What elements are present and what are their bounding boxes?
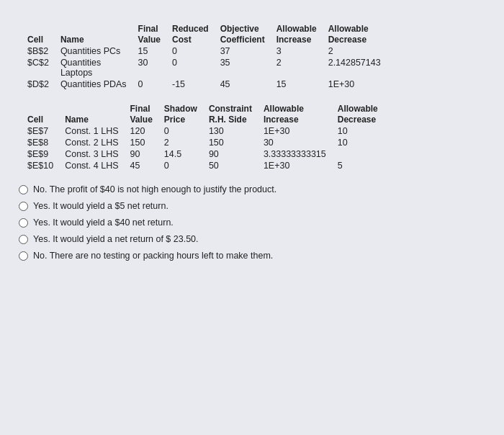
con-cell: Const. 4 LHS [59,160,124,171]
adj-h2-decrease: Decrease [323,34,387,45]
adj-h1-name [55,23,132,34]
adj-cell: 0 [166,45,215,57]
adjustable-cells-section: Final Reduced Objective Allowable Allowa… [16,23,488,90]
con-cell: 90 [125,148,158,160]
adj-cell: $B$2 [22,45,55,57]
constraints-section: Final Shadow Constraint Allowable Allowa… [16,103,488,171]
radio-option-1[interactable]: No. The profit of $40 is not high enough… [19,184,488,194]
con-cell: 150 [203,137,258,148]
con-h1-final: Final [125,103,158,114]
adjustable-cells-table: Final Reduced Objective Allowable Allowa… [22,23,387,90]
radio-option-3[interactable]: Yes. It would yield a $40 net return. [19,218,488,228]
con-cell: 10 [332,137,384,148]
adj-cell: 0 [132,79,166,90]
constraints-table-wrapper: Final Shadow Constraint Allowable Allowa… [16,103,488,171]
adj-cell: 0 [166,57,215,79]
con-h2-increase: Increase [258,114,332,125]
con-cell: 30 [258,137,332,148]
adj-cell: $D$2 [22,79,55,90]
radio-option-4[interactable]: Yes. It would yield a net return of $ 23… [19,234,488,244]
adj-h1-reduced: Reduced [166,23,215,34]
adj-h2-coefficient: Coefficient [215,34,271,45]
con-cell: 130 [203,125,258,137]
radio-circle-icon [19,185,28,194]
radio-label: Yes. It would yield a net return of $ 23… [33,234,199,244]
con-col-header-row2: Cell Name Value Price R.H. Side Increase… [22,114,384,125]
adj-cell: 37 [215,45,271,57]
adjustable-cells-table-wrapper: Final Reduced Objective Allowable Allowa… [16,23,488,90]
adj-h1-objective: Objective [215,23,271,34]
adj-cell: 1E+30 [323,79,387,90]
con-cell: 120 [125,125,158,137]
con-table-row: $E$7Const. 1 LHS12001301E+3010 [22,125,384,137]
adj-h2-increase: Increase [271,34,323,45]
radio-circle-icon [19,251,28,261]
con-cell: 150 [125,137,158,148]
con-cell: Const. 1 LHS [59,125,124,137]
adj-h2-cost: Cost [166,34,215,45]
con-h2-rhside: R.H. Side [203,114,258,125]
con-cell: 50 [203,160,258,171]
con-cell: 5 [332,160,384,171]
con-h2-decrease: Decrease [332,114,384,125]
adj-cell: $C$2 [22,57,55,79]
con-cell: 1E+30 [258,125,332,137]
adj-cell: 3 [271,45,323,57]
con-cell: 1E+30 [258,160,332,171]
radio-label: Yes. It would yield a $5 net return. [33,201,168,211]
con-h1-shadow: Shadow [158,103,203,114]
radio-option-2[interactable]: Yes. It would yield a $5 net return. [19,201,488,211]
con-cell: 14.5 [158,148,203,160]
con-cell: 10 [332,125,384,137]
radio-label: No. The profit of $40 is not high enough… [33,184,276,194]
adj-h1-allowable-dec: Allowable [323,23,387,34]
con-cell: 0 [158,160,203,171]
adjustable-col-header-row2: Cell Name Value Cost Coefficient Increas… [22,34,387,45]
con-h1-name [59,103,124,114]
adj-cell: -15 [166,79,215,90]
adj-h2-cell: Cell [22,34,55,45]
radio-circle-icon [19,202,28,211]
adj-cell: 30 [132,57,166,79]
adj-table-row: $B$2Quantities PCs1503732 [22,45,387,57]
adj-cell: QuantitiesLaptops [55,57,132,79]
con-table-row: $E$9Const. 3 LHS9014.5903.33333333315 [22,148,384,160]
con-h1-allowable-inc: Allowable [258,103,332,114]
con-cell: 3.33333333315 [258,148,332,160]
con-h1-allowable-dec: Allowable [332,103,384,114]
radio-label: Yes. It would yield a $40 net return. [33,218,174,228]
adj-cell: 35 [215,57,271,79]
constraints-body: $E$7Const. 1 LHS12001301E+3010$E$8Const.… [22,125,384,171]
adj-cell: 45 [215,79,271,90]
radio-label: No. There are no testing or packing hour… [33,251,273,261]
adj-cell: Quantities PCs [55,45,132,57]
adj-cell: 2 [271,57,323,79]
radio-options-group: No. The profit of $40 is not high enough… [16,184,488,261]
con-cell: $E$9 [22,148,59,160]
con-h2-cell: Cell [22,114,59,125]
con-cell [332,148,384,160]
con-cell: 90 [203,148,258,160]
adj-cell: 2 [323,45,387,57]
adj-h1-cell [22,23,55,34]
con-col-header-row1: Final Shadow Constraint Allowable Allowa… [22,103,384,114]
adj-cell: Quantities PDAs [55,79,132,90]
adj-cell: 15 [271,79,323,90]
adjustable-cells-body: $B$2Quantities PCs1503732$C$2QuantitiesL… [22,45,387,90]
con-cell: $E$7 [22,125,59,137]
radio-option-5[interactable]: No. There are no testing or packing hour… [19,251,488,261]
adjustable-col-header-row1: Final Reduced Objective Allowable Allowa… [22,23,387,34]
adj-table-row: $C$2QuantitiesLaptops3003522.142857143 [22,57,387,79]
adj-h1-final: Final [132,23,166,34]
con-cell: Const. 2 LHS [59,137,124,148]
adj-h1-allowable-inc: Allowable [271,23,323,34]
con-cell: 2 [158,137,203,148]
adj-h2-value: Value [132,34,166,45]
adj-table-row: $D$2Quantities PDAs0-1545151E+30 [22,79,387,90]
con-cell: Const. 3 LHS [59,148,124,160]
con-cell: 0 [158,125,203,137]
adj-h2-name: Name [55,34,132,45]
con-cell: $E$10 [22,160,59,171]
radio-circle-icon [19,218,28,228]
con-h2-value: Value [125,114,158,125]
